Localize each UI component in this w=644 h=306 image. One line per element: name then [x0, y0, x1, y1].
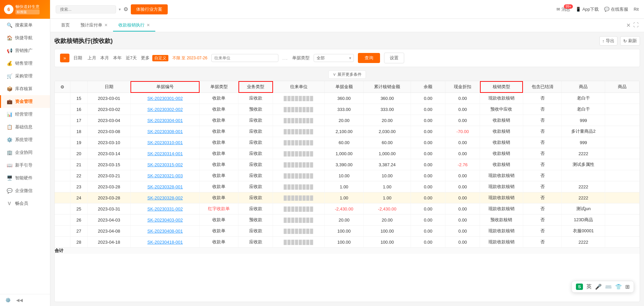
table-cell: 收款单	[200, 93, 238, 104]
col-balance[interactable]: 余额	[411, 81, 445, 93]
table-row[interactable]: 232023-03-28SK-20230328-001收款单应收款███████…	[55, 181, 640, 192]
table-settings-button[interactable]: 设置	[384, 53, 404, 63]
col-goods2[interactable]: 商品	[605, 81, 640, 93]
col-date[interactable]: 日期	[88, 81, 131, 93]
shirt-icon[interactable]: 👕	[615, 284, 622, 290]
col-biz-type[interactable]: 业务类型	[238, 81, 273, 93]
table-cell: 0.00	[445, 181, 480, 192]
table-row[interactable]: 202023-03-14SK-20230314-001收款单应收款███████…	[55, 148, 640, 159]
sidebar-item-enterprise[interactable]: 🏢 企业协同	[0, 146, 50, 159]
sidebar-item-marketing[interactable]: 📢 营销推广	[0, 44, 50, 57]
table-cell[interactable]: SK-20230302-002	[130, 104, 200, 115]
date-7days[interactable]: 近7天	[124, 54, 138, 62]
header-search-input[interactable]	[56, 5, 116, 13]
sidebar-item-base-info[interactable]: 📋 基础信息	[0, 121, 50, 133]
col-partner[interactable]: 往来单位	[273, 81, 325, 93]
sidebar-collapse-icon[interactable]: ◀◀	[16, 298, 23, 303]
col-bill-type[interactable]: 单据类型	[200, 81, 238, 93]
table-cell: 否	[523, 126, 562, 137]
table-row[interactable]: 272023-04-08SK-20230408-001收款单应收款███████…	[55, 226, 640, 237]
sidebar-item-fund-mgmt[interactable]: 💼 资金管理	[0, 95, 50, 108]
table-row[interactable]: 192023-03-10SK-20230310-001收款单应收款███████…	[55, 137, 640, 148]
date-this-year[interactable]: 本年	[112, 54, 123, 62]
sidebar-settings-icon[interactable]: ⚙️	[5, 298, 11, 303]
tab-home[interactable]: 首页	[56, 19, 75, 32]
col-bill-amount[interactable]: 单据金额	[325, 81, 364, 93]
query-button[interactable]: 查询	[358, 53, 380, 63]
table-row[interactable]: 282023-04-18SK-20230418-001收款单应收款███████…	[55, 237, 640, 248]
col-accum-cancel[interactable]: 累计核销金额	[364, 81, 411, 93]
tab-collection-exec[interactable]: 收款核销执行 ✕	[113, 19, 155, 32]
col-cancel-type[interactable]: 核销类型	[480, 81, 523, 93]
export-button[interactable]: ↑ 导出	[599, 36, 618, 46]
table-row[interactable]: 262023-04-03SK-20230403-002收款单预收款███████…	[55, 215, 640, 226]
tab-close-all-icon[interactable]: ✕	[626, 22, 631, 28]
sidebar-item-newbie[interactable]: 📖 新手引导	[0, 159, 50, 172]
col-cash-discount[interactable]: 现金折扣	[445, 81, 480, 93]
home-icon: 🏠	[6, 35, 12, 41]
bill-type-select[interactable]: 全部 收款单 红字收款单	[314, 54, 354, 62]
table-cell: 0.00	[445, 115, 480, 126]
table-cell[interactable]: SK-20230418-001	[130, 237, 200, 248]
user-account[interactable]: Rit	[634, 7, 639, 12]
table-row[interactable]: 152023-03-01SK-20230301-002收款单应收款███████…	[55, 93, 640, 104]
date-this-month[interactable]: 本月	[99, 54, 110, 62]
expand-more-btn[interactable]: ∨ 展开更多条件	[328, 70, 366, 79]
sidebar-item-inventory[interactable]: 📦 库存核算	[0, 82, 50, 95]
sidebar-item-enterprise-wx[interactable]: 💬 企业微信	[0, 184, 50, 197]
table-cell[interactable]: SK-20230408-001	[130, 226, 200, 237]
date-more[interactable]: 更多	[140, 54, 151, 62]
sidebar-item-search-menu[interactable]: 🔍 搜索菜单	[0, 19, 50, 32]
table-row[interactable]: 172023-03-04SK-20230304-001收款单应收款███████…	[55, 115, 640, 126]
date-last-month[interactable]: 上月	[86, 54, 98, 62]
chevron-down-icon[interactable]: ▾	[119, 7, 121, 12]
col-goods[interactable]: 商品	[562, 81, 605, 93]
table-row[interactable]: 242023-03-28SK-20230328-002收款单应收款███████…	[55, 192, 640, 203]
table-cell: 测试jun	[562, 203, 605, 215]
message-button[interactable]: ✉ 消息 99+	[556, 6, 570, 12]
table-cell[interactable]: SK-20230331-002	[130, 203, 200, 215]
table-cell[interactable]: SK-20230315-002	[130, 159, 200, 170]
table-cell[interactable]: SK-20230321-003	[130, 170, 200, 181]
sidebar-item-sys-mgmt[interactable]: ⚙️ 系统管理	[0, 133, 50, 146]
header-gear-icon[interactable]: ⚙	[123, 6, 128, 12]
sidebar-item-quick-nav[interactable]: 🏠 快捷导航	[0, 32, 50, 44]
table-row[interactable]: 182023-03-08SK-20230308-001收款单应收款███████…	[55, 126, 640, 137]
sidebar-item-purchase[interactable]: 🛒 采购管理	[0, 70, 50, 82]
solution-button[interactable]: 体验行业方案	[131, 4, 168, 14]
col-include-settled[interactable]: 包含已结清	[523, 81, 562, 93]
sidebar-item-sales[interactable]: 💰 销售管理	[0, 57, 50, 70]
tab-close-icon[interactable]: ✕	[104, 23, 108, 27]
service-button[interactable]: 💬 在线客服	[604, 6, 628, 12]
table-cell[interactable]: SK-20230328-001	[130, 181, 200, 192]
table-cell[interactable]: SK-20230403-002	[130, 215, 200, 226]
ime-text-icon[interactable]: 英	[586, 283, 592, 290]
table-cell: 收款单	[200, 148, 238, 159]
mic-icon[interactable]: 🎤	[595, 284, 602, 290]
partner-filter-input[interactable]	[211, 54, 278, 62]
sidebar-item-ops[interactable]: 📊 经营管理	[0, 108, 50, 121]
table-cell[interactable]: SK-20230328-002	[130, 192, 200, 203]
table-cell[interactable]: SK-20230304-001	[130, 115, 200, 126]
table-cell[interactable]: SK-20230301-002	[130, 93, 200, 104]
table-row[interactable]: 252023-03-31SK-20230331-002红字收款单应收款█████…	[55, 203, 640, 215]
sidebar-item-vip[interactable]: V 畅会员	[0, 197, 50, 210]
tab-expand-icon[interactable]: ⛶	[633, 22, 639, 28]
keyboard-icon[interactable]: ⌨️	[605, 284, 612, 290]
table-row[interactable]: 222023-03-21SK-20230321-003收款单应收款███████…	[55, 170, 640, 181]
tab-close-icon2[interactable]: ✕	[147, 23, 150, 27]
sidebar-item-smart-hw[interactable]: 🖥️ 智能硬件	[0, 172, 50, 184]
table-cell[interactable]: SK-20230308-001	[130, 126, 200, 137]
col-gear[interactable]: ⚙	[55, 81, 70, 93]
app-download-button[interactable]: 📱 App下载	[576, 6, 599, 12]
tab-pre-pay-bill[interactable]: 预计应付单 ✕	[75, 19, 113, 32]
table-cell[interactable]: SK-20230314-001	[130, 148, 200, 159]
col-bill-no[interactable]: 单据编号	[130, 81, 200, 93]
date-custom-btn[interactable]: 自定义	[152, 55, 168, 61]
table-row[interactable]: 212023-03-15SK-20230315-002收款单应收款███████…	[55, 159, 640, 170]
filter-toggle-button[interactable]: »	[60, 54, 69, 62]
grid-icon[interactable]: ⊞	[625, 284, 630, 290]
table-cell[interactable]: SK-20230310-001	[130, 137, 200, 148]
refresh-button[interactable]: ↻ 刷新	[620, 36, 640, 46]
table-row[interactable]: 162023-03-02SK-20230302-002收款单预收款███████…	[55, 104, 640, 115]
